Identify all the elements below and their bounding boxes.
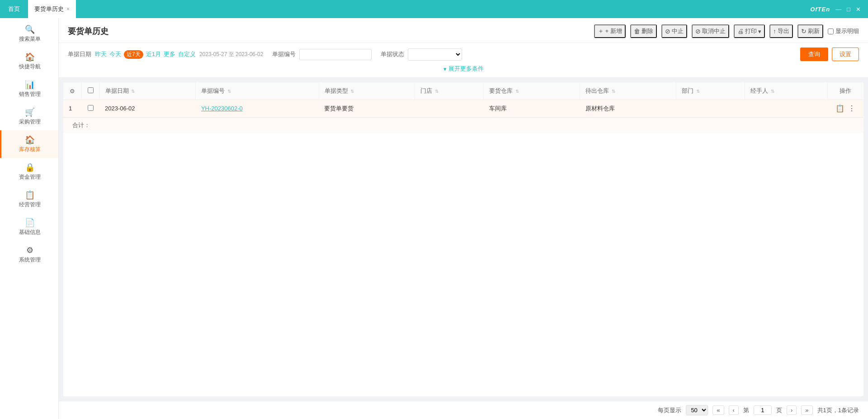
sidebar-item-operations-mgmt[interactable]: 📋 经营管理: [0, 186, 58, 213]
filter-doc-no: 单据编号: [272, 49, 372, 60]
filter-row-1: 单据日期 昨天 今天 近7天 近1月 更多 自定义 2023-05-27 至 2…: [68, 48, 859, 61]
setting-button[interactable]: 设置: [832, 48, 859, 61]
purchase-mgmt-icon: 🛒: [25, 108, 35, 116]
th-store-label: 门店: [420, 87, 432, 94]
sidebar-item-label-basic-info: 基础信息: [19, 229, 41, 236]
show-detail-checkbox[interactable]: [828, 29, 834, 34]
sort-doc-date-icon: ⇅: [131, 89, 135, 94]
row-edit-icon[interactable]: 📋: [835, 105, 844, 112]
tab-active-label: 要货单历史: [34, 5, 64, 13]
row-actions: 📋 ⋮: [827, 100, 863, 117]
sidebar-item-label-operations-mgmt: 经营管理: [19, 201, 41, 209]
new-button[interactable]: ＋ + 新增: [594, 24, 626, 38]
sidebar-item-system-mgmt[interactable]: ⚙ 系统管理: [0, 241, 58, 268]
expand-more-btn[interactable]: ▾ 展开更多条件: [68, 65, 859, 73]
th-doc-type-label: 单据类型: [325, 87, 348, 94]
th-doc-date[interactable]: 单据日期 ⇅: [99, 82, 196, 100]
date-shortcuts: 昨天 今天 近7天 近1月 更多 自定义: [95, 50, 196, 59]
show-detail-toggle[interactable]: 显示明细: [828, 27, 859, 35]
refresh-button[interactable]: ↻ 刷新: [797, 24, 823, 38]
row-checkbox[interactable]: [88, 105, 94, 111]
th-department[interactable]: 部门 ⇅: [676, 82, 745, 100]
th-doc-date-label: 单据日期: [105, 87, 129, 94]
page-title: 要货单历史: [68, 26, 108, 37]
cancel-suspend-button[interactable]: ⊘ 取消中止: [692, 24, 729, 38]
page-header: 要货单历史 ＋ + 新增 🗑 删除 ⊘ 中止 ⊘ 取消中止: [59, 18, 868, 43]
page-prefix: 第: [743, 406, 749, 414]
shortcut-1month[interactable]: 近1月: [146, 50, 161, 58]
th-actions: 操作: [827, 82, 863, 100]
tab-home[interactable]: 首页: [0, 0, 28, 18]
sidebar-item-label-system-mgmt: 系统管理: [19, 256, 41, 264]
delete-icon: 🗑: [634, 28, 640, 35]
suspend-button[interactable]: ⊘ 中止: [661, 24, 687, 38]
sort-doc-no-icon: ⇅: [227, 89, 231, 94]
date-filter-label: 单据日期: [68, 50, 91, 58]
basic-info-icon: 📄: [25, 219, 35, 227]
expand-more-label: 展开更多条件: [448, 65, 484, 73]
shortcut-today[interactable]: 今天: [109, 50, 121, 58]
doc-no-input[interactable]: [299, 49, 372, 60]
th-req-warehouse[interactable]: 要货仓库 ⇅: [484, 82, 580, 100]
sales-mgmt-icon: 📊: [25, 81, 35, 89]
sidebar-item-quick-nav[interactable]: 🏠 快捷导航: [0, 48, 58, 75]
header-actions: ＋ + 新增 🗑 删除 ⊘ 中止 ⊘ 取消中止 🖨 打印: [594, 24, 859, 38]
status-select[interactable]: [408, 48, 462, 61]
tab-active[interactable]: 要货单历史 ×: [28, 0, 76, 18]
last-page-btn[interactable]: »: [801, 405, 812, 415]
sidebar-item-finance-mgmt[interactable]: 🔒 资金管理: [0, 158, 58, 186]
shortcut-7days[interactable]: 近7天: [124, 50, 143, 59]
print-label: 打印: [745, 27, 757, 35]
th-handler[interactable]: 经手人 ⇅: [745, 82, 827, 100]
cancel-suspend-label: 取消中止: [702, 27, 726, 35]
sidebar-item-sales-mgmt[interactable]: 📊 销售管理: [0, 75, 58, 103]
window-max-btn[interactable]: □: [847, 6, 850, 13]
row-department: [676, 100, 745, 117]
content-area: 要货单历史 ＋ + 新增 🗑 删除 ⊘ 中止 ⊘ 取消中止: [59, 18, 868, 419]
sort-doc-type-icon: ⇅: [350, 89, 354, 94]
prev-page-btn[interactable]: ‹: [729, 405, 739, 415]
records-table: ⚙ 单据日期 ⇅ 单据编号 ⇅ 单据类型: [63, 82, 863, 117]
tab-bar: 首页 要货单历史 ×: [0, 0, 810, 18]
page-size-select[interactable]: 50: [686, 405, 708, 415]
select-all-checkbox[interactable]: [88, 87, 94, 93]
export-button[interactable]: ↑ 导出: [769, 24, 793, 38]
next-page-btn[interactable]: ›: [787, 405, 797, 415]
shortcut-custom[interactable]: 自定义: [178, 50, 196, 58]
first-page-btn[interactable]: «: [712, 405, 724, 415]
top-bar-right: OfTEn — □ ✕: [810, 6, 868, 13]
window-min-btn[interactable]: —: [835, 6, 841, 13]
system-mgmt-icon: ⚙: [26, 246, 33, 254]
print-button[interactable]: 🖨 打印 ▾: [734, 24, 765, 38]
table-row: 1 2023-06-02 YH-20230602-0 要货单要货 车间库 原材料…: [63, 100, 863, 117]
th-store[interactable]: 门店 ⇅: [415, 82, 484, 100]
search-menu-icon: 🔍: [25, 25, 35, 33]
th-settings[interactable]: ⚙: [63, 82, 81, 100]
new-label: + 新增: [605, 27, 622, 35]
row-index: 1: [63, 100, 81, 117]
sidebar-item-purchase-mgmt[interactable]: 🛒 采购管理: [0, 103, 58, 130]
th-doc-type[interactable]: 单据类型 ⇅: [319, 82, 415, 100]
delete-button[interactable]: 🗑 删除: [630, 24, 657, 38]
sort-handler-icon: ⇅: [771, 89, 774, 94]
tab-close-icon[interactable]: ×: [66, 6, 70, 12]
query-button[interactable]: 查询: [800, 48, 828, 61]
th-doc-no[interactable]: 单据编号 ⇅: [196, 82, 319, 100]
shortcut-more[interactable]: 更多: [164, 50, 175, 58]
sidebar-item-inventory[interactable]: 🏠 库存核算: [0, 130, 58, 158]
shortcut-yesterday[interactable]: 昨天: [95, 50, 107, 58]
doc-no-link[interactable]: YH-20230602-0: [201, 105, 243, 112]
finance-mgmt-icon: 🔒: [25, 163, 35, 171]
th-checkbox: [81, 82, 99, 100]
show-detail-label: 显示明细: [835, 27, 859, 35]
sidebar-item-basic-info[interactable]: 📄 基础信息: [0, 213, 58, 241]
row-more-icon[interactable]: ⋮: [848, 105, 855, 112]
sidebar-item-label-quick-nav: 快捷导航: [19, 63, 41, 71]
th-pending-warehouse[interactable]: 待出仓库 ⇅: [580, 82, 676, 100]
window-close-btn[interactable]: ✕: [856, 6, 861, 13]
page-number-input[interactable]: [754, 405, 772, 415]
th-doc-no-label: 单据编号: [201, 87, 225, 94]
print-dropdown-icon: ▾: [758, 28, 761, 35]
sidebar-item-label-finance-mgmt: 资金管理: [19, 173, 41, 181]
sidebar-item-search-menu[interactable]: 🔍 搜索菜单: [0, 20, 58, 48]
